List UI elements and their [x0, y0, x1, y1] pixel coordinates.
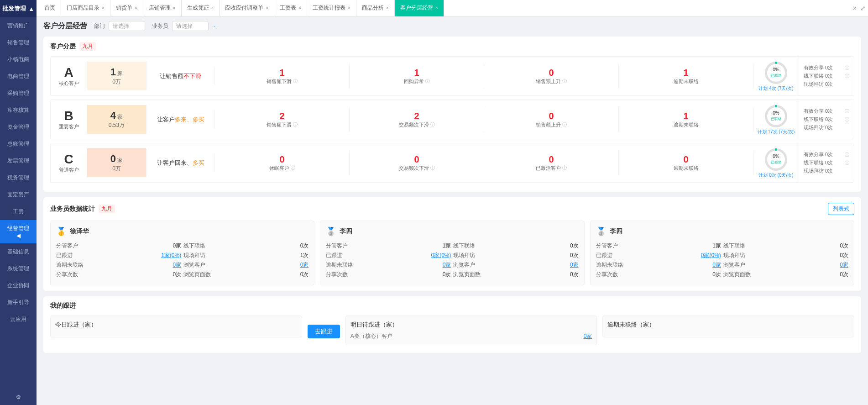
close-icon[interactable]: × [135, 5, 137, 11]
sidebar-item-system[interactable]: 系统管理 [0, 260, 37, 277]
circle-sub: 计划 17次 (7天/次) [758, 129, 795, 135]
today-followup-title: 今日跟进（家） [55, 321, 297, 329]
dept-select[interactable]: 请选择 [109, 21, 145, 31]
info-icon[interactable]: ⓘ [845, 108, 849, 115]
sidebar-item-ecommerce[interactable]: 电商管理 [0, 68, 37, 85]
sidebar-item-label: 营销推广 [2, 22, 34, 30]
tab-product-analysis[interactable]: 商品分析 × [356, 0, 395, 16]
tier-b-right-stats: 有效分享 0次 ⓘ 线下联络 0次 ⓘ 现场拜访 0次 [799, 104, 854, 135]
medal-icon-1: 🥈 [326, 226, 336, 237]
info-icon[interactable]: ⓘ [293, 78, 298, 84]
sidebar-item-marketing[interactable]: 营销推广 [0, 17, 37, 34]
info-icon[interactable]: ⓘ [430, 121, 435, 128]
sidebar-item-finance[interactable]: 资金管理 [0, 119, 37, 136]
sidebar-item-label: 采购管理 [2, 89, 34, 97]
info-icon[interactable]: ⓘ [562, 78, 567, 84]
sidebar-item-management[interactable]: 经营管理 ◀ [0, 220, 37, 243]
tab-label: 工资统计报表 [313, 4, 345, 12]
sidebar-item-purchase[interactable]: 采购管理 [0, 85, 37, 102]
tier-stat-2: 0 销售额上升 ⓘ [484, 64, 619, 89]
restore-icon[interactable]: ⤢ [860, 5, 866, 12]
sidebar-item-ledger[interactable]: 总账管理 [0, 136, 37, 153]
staff-name-row-2: 🥈 李四 [596, 226, 848, 237]
sidebar-item-sales[interactable]: 销售管理 [0, 34, 37, 51]
tier-stat-3: 1 逾期未联络 [619, 107, 753, 132]
customer-tier-title: 客户分层 [50, 42, 76, 51]
tier-stat-0: 1 销售额下滑 ⓘ [215, 64, 350, 89]
sidebar-item-ecommerce-small[interactable]: 小畅电商 [0, 51, 37, 68]
list-item: 现场拜访 1次 [183, 251, 309, 260]
sidebar-item-payroll[interactable]: 工资 [0, 203, 37, 220]
info-icon[interactable]: ⓘ [291, 165, 295, 171]
sidebar-item-cloud[interactable]: 云应用 [0, 311, 37, 328]
staff-name-row-0: 🥇 徐泽华 [56, 226, 309, 237]
staff-select[interactable]: 请选择 [172, 21, 209, 31]
followup-title: 我的跟进 [50, 302, 854, 310]
sidebar-settings[interactable]: ⚙ [0, 389, 37, 405]
close-icon[interactable]: × [435, 5, 438, 11]
tab-voucher[interactable]: 生成凭证 × [182, 0, 220, 16]
medal-icon-2: 🥈 [596, 226, 606, 237]
today-followup-card: 今日跟进（家） [50, 316, 302, 337]
tier-b-action: 让客户多来、多买 [146, 111, 215, 128]
info-icon[interactable]: ⓘ [845, 152, 849, 158]
close-icon[interactable]: × [211, 5, 214, 11]
sidebar-item-invoice[interactable]: 发票管理 [0, 153, 37, 169]
svg-point-4 [766, 106, 786, 126]
content-area: 客户分层经营 部门 请选择 业务员 请选择 ··· 客户分层 九月 [37, 16, 868, 405]
tab-sales-order[interactable]: 销货单 × [110, 0, 143, 16]
info-icon[interactable]: ⓘ [845, 65, 849, 71]
list-view-button[interactable]: 列表式 [828, 203, 854, 215]
svg-text:0%: 0% [773, 110, 779, 116]
info-icon[interactable]: ⓘ [845, 160, 849, 166]
tier-a-stats: 1 销售额下滑 ⓘ 1 回购异常 ⓘ 0 [215, 57, 854, 95]
list-item: 已跟进 0家(0%) [596, 251, 721, 260]
sidebar-item-inventory[interactable]: 库存核算 [0, 102, 37, 119]
close-icon[interactable]: × [102, 5, 105, 11]
close-icon[interactable]: × [173, 5, 176, 11]
tab-label: 店铺管理 [149, 4, 171, 12]
sidebar-title: 批发管理 [2, 5, 26, 13]
staff-name-2: 李四 [610, 227, 622, 236]
info-icon[interactable]: ⓘ [845, 116, 849, 123]
customer-tier-section: 客户分层 九月 A 核心客户 1 家 0万 让销售额不下滑 [43, 37, 861, 192]
tab-ap-adjust[interactable]: 应收应付调整单 × [220, 0, 274, 16]
sidebar-item-assets[interactable]: 固定资产 [0, 186, 37, 203]
tier-b-count: 4 家 0.53万 [87, 105, 146, 134]
close-icon[interactable]: × [348, 5, 350, 11]
right-stat-2: 现场拜访 0次 [804, 124, 849, 131]
tab-store-products[interactable]: 门店商品目录 × [61, 0, 110, 16]
svg-text:已联络: 已联络 [771, 160, 782, 164]
close-all-icon[interactable]: × [853, 5, 857, 12]
right-stat-2: 现场拜访 0次 [804, 168, 849, 174]
more-options-icon[interactable]: ··· [212, 23, 217, 29]
info-icon[interactable]: ⓘ [293, 121, 298, 128]
info-icon[interactable]: ⓘ [425, 78, 430, 84]
list-item: 浏览页面数 0次 [453, 270, 578, 279]
close-icon[interactable]: × [298, 5, 301, 11]
close-icon[interactable]: × [386, 5, 389, 11]
close-icon[interactable]: × [266, 5, 268, 11]
tab-store-manage[interactable]: 店铺管理 × [143, 0, 182, 16]
sidebar-item-label: 电商管理 [2, 73, 34, 80]
sidebar-header[interactable]: 批发管理 ▲ [0, 0, 37, 17]
sidebar-item-guide[interactable]: 新手引导 [0, 294, 37, 311]
tab-payroll[interactable]: 工资表 × [274, 0, 307, 16]
tab-home[interactable]: 首页 [39, 0, 61, 16]
sidebar-item-collab[interactable]: 企业协同 [0, 277, 37, 294]
list-item: 逾期未联络 0家 [596, 260, 721, 270]
info-icon[interactable]: ⓘ [845, 73, 849, 79]
sidebar-item-basic[interactable]: 基础信息 [0, 243, 37, 260]
tab-payroll-report[interactable]: 工资统计报表 × [307, 0, 356, 16]
list-item: 分享次数 0次 [596, 270, 721, 279]
list-item: 线下联络 0次 [183, 241, 309, 251]
tab-customer-tier[interactable]: 客户分层经营 × [395, 0, 444, 16]
info-icon[interactable]: ⓘ [430, 165, 435, 171]
info-icon[interactable]: ⓘ [562, 165, 567, 171]
tab-label: 门店商品目录 [67, 4, 99, 12]
tier-name: 普通客户 [59, 167, 79, 174]
sidebar-item-tax[interactable]: 税务管理 [0, 169, 37, 186]
info-icon[interactable]: ⓘ [562, 121, 567, 128]
goto-followup-button[interactable]: 去跟进 [308, 325, 340, 338]
list-item: 逾期未联络 0家 [56, 260, 181, 270]
